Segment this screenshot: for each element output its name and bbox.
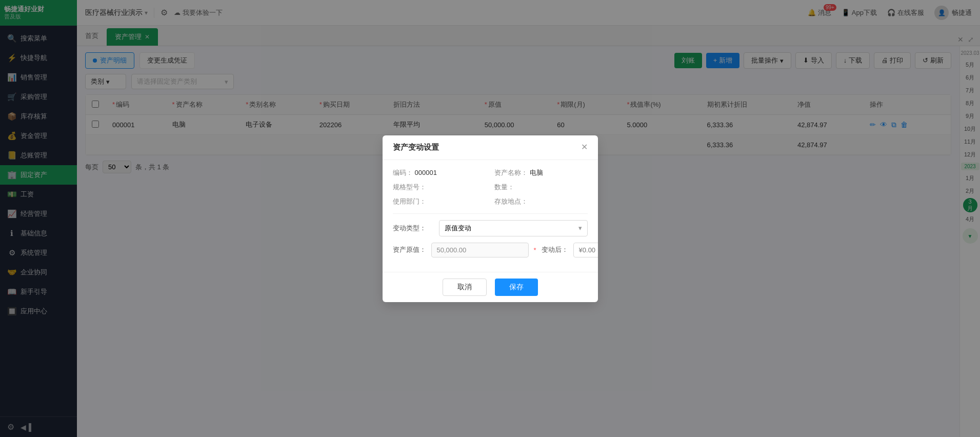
modal-code-label: 编码：	[393, 168, 413, 177]
modal-asset-name-label: 资产名称：	[494, 168, 528, 177]
change-type-chevron-icon: ▾	[578, 224, 582, 232]
modal-original-value-input	[431, 243, 529, 257]
modal-location-field: 存放地点：	[494, 197, 588, 206]
modal-department-label: 使用部门：	[393, 197, 426, 206]
modal-location-label: 存放地点：	[494, 197, 528, 206]
modal-divider	[393, 213, 588, 214]
modal-code-value: 000001	[415, 169, 437, 176]
modal-required-star: *	[534, 246, 536, 254]
modal-title: 资产变动设置	[393, 143, 439, 152]
modal-original-value-label: 资产原值：	[393, 245, 426, 254]
modal-info-grid: 编码： 000001 资产名称： 电脑 规格型号： 数量： 使用部门：	[393, 168, 588, 206]
modal-change-type-label: 变动类型：	[393, 224, 434, 233]
modal-footer: 取消 保存	[383, 272, 598, 302]
modal-after-change-input[interactable]	[573, 243, 598, 257]
modal-change-type-value: 原值变动	[445, 224, 471, 233]
modal-spec-field: 规格型号：	[393, 183, 486, 192]
modal-code-field: 编码： 000001	[393, 168, 486, 177]
modal-spec-label: 规格型号：	[393, 183, 426, 192]
modal-asset-name-value: 电脑	[530, 168, 543, 177]
save-button[interactable]: 保存	[495, 279, 538, 296]
modal-quantity-label: 数量：	[494, 183, 514, 192]
modal-change-type-select[interactable]: 原值变动 ▾	[439, 220, 588, 236]
modal-close-icon[interactable]: ✕	[581, 143, 588, 151]
modal-body: 编码： 000001 资产名称： 电脑 规格型号： 数量： 使用部门：	[383, 160, 598, 272]
asset-change-modal: 资产变动设置 ✕ 编码： 000001 资产名称： 电脑 规格型号： 数	[383, 135, 598, 302]
modal-after-change-label: 变动后：	[542, 245, 568, 254]
modal-header: 资产变动设置 ✕	[383, 135, 598, 160]
modal-asset-name-field: 资产名称： 电脑	[494, 168, 588, 177]
cancel-button[interactable]: 取消	[443, 279, 487, 296]
modal-change-type-row: 变动类型： 原值变动 ▾	[393, 220, 588, 236]
modal-department-field: 使用部门：	[393, 197, 486, 206]
modal-overlay: 资产变动设置 ✕ 编码： 000001 资产名称： 电脑 规格型号： 数	[0, 0, 980, 437]
modal-value-row: 资产原值： * 变动后：	[393, 243, 588, 257]
modal-quantity-field: 数量：	[494, 183, 588, 192]
